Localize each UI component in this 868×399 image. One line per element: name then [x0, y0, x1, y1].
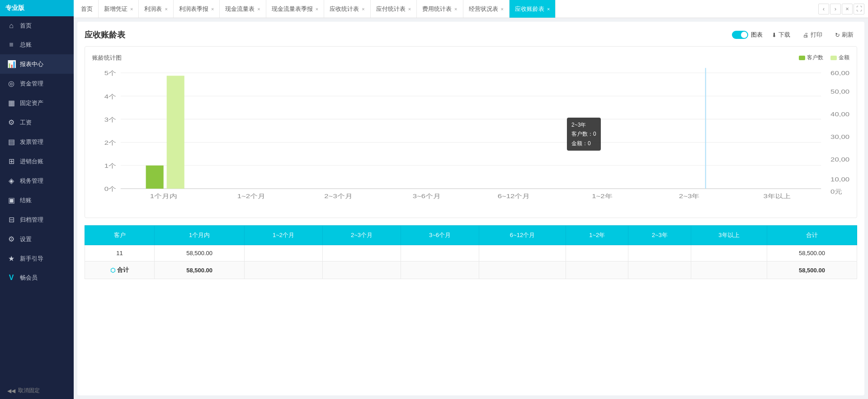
sidebar-item-reports[interactable]: 📊 报表中心	[0, 54, 74, 74]
toggle-thumb	[741, 32, 747, 38]
col-m23: 2~3个月	[323, 226, 401, 245]
col-m36: 3~6个月	[401, 226, 479, 245]
sidebar-item-vip[interactable]: V 畅会员	[0, 268, 74, 287]
tab-receivable-stat[interactable]: 应收统计表 ×	[324, 0, 370, 18]
page-content: 应收账龄表 图表 ⬇ 下载 🖨 打印 ↻ 刷新	[77, 22, 864, 395]
tab-aging-close[interactable]: ×	[547, 6, 550, 12]
tab-home[interactable]: 首页	[75, 0, 99, 18]
sidebar-item-assets[interactable]: ▦ 固定资产	[0, 93, 74, 113]
tab-expense-stat[interactable]: 费用统计表 ×	[417, 0, 463, 18]
tab-operation[interactable]: 经营状况表 ×	[463, 0, 509, 18]
tab-prev-button[interactable]: ‹	[818, 4, 829, 14]
chart-svg: 5个 4个 3个 2个 1个 0个 60,000.00元 50,000.00元 …	[92, 66, 849, 210]
svg-text:1~2个月: 1~2个月	[237, 193, 265, 200]
tab-payable-stat[interactable]: 应付统计表 ×	[371, 0, 417, 18]
archive-icon: ⊟	[7, 215, 15, 224]
chart-toggle[interactable]: 图表	[732, 31, 763, 39]
tab-receivable-stat-close[interactable]: ×	[362, 6, 364, 12]
table-header-row: 客户 1个月内 1~2个月 2~3个月 3~6个月 6~12个月 1~2年 2~…	[85, 226, 857, 245]
app-logo: 专业版	[0, 0, 74, 16]
tab-cashflow-quarter[interactable]: 现金流量表季报 ×	[266, 0, 324, 18]
tab-bar: 首页 新增凭证 × 利润表 × 利润表季报 × 现金流量表 × 现金流量表季报 …	[74, 0, 868, 18]
sidebar-item-inventory[interactable]: ⊞ 进销台账	[0, 152, 74, 171]
sidebar-item-invoice[interactable]: ▤ 发票管理	[0, 132, 74, 152]
cancel-pin-button[interactable]: ◀◀ 取消固定	[0, 382, 74, 399]
refresh-button[interactable]: ↻ 刷新	[831, 29, 857, 41]
col-m612: 6~12个月	[479, 226, 566, 245]
page-title: 应收账龄表	[85, 29, 732, 40]
svg-text:5个: 5个	[104, 70, 116, 76]
legend-customers-color	[799, 56, 805, 60]
svg-text:2个: 2个	[104, 140, 116, 146]
table-total-row: ⬡ 合计 58,500.00 58,500.00	[85, 261, 857, 279]
tab-voucher[interactable]: 新增凭证 ×	[99, 0, 139, 18]
tab-profit-quarter-close[interactable]: ×	[211, 6, 214, 12]
sidebar: 专业版 ⌂ 首页 ≡ 总账 📊 报表中心 ◎ 资金管理 ▦ 固定资产 ⚙ 工资 …	[0, 0, 74, 399]
tab-cashflow[interactable]: 现金流量表 ×	[220, 0, 266, 18]
tab-expand-button[interactable]: ⛶	[854, 4, 864, 14]
sidebar-item-settings[interactable]: ⚙ 设置	[0, 229, 74, 249]
cell-m23	[323, 245, 401, 261]
tab-close-all-button[interactable]: ×	[842, 4, 853, 14]
total-y23	[628, 261, 691, 279]
tab-profit-close[interactable]: ×	[165, 6, 167, 12]
tab-expense-stat-close[interactable]: ×	[454, 6, 457, 12]
print-button[interactable]: 🖨 打印	[799, 29, 826, 41]
sidebar-item-archive[interactable]: ⊟ 归档管理	[0, 210, 74, 229]
cell-m1: 58,500.00	[155, 245, 245, 261]
svg-text:30,000.00元: 30,000.00元	[830, 134, 849, 140]
total-sum: 58,500.00	[767, 261, 857, 279]
cell-total: 58,500.00	[767, 245, 857, 261]
tab-payable-stat-close[interactable]: ×	[408, 6, 411, 12]
legend-amount-label: 金额	[839, 54, 849, 62]
tab-profit[interactable]: 利润表 ×	[139, 0, 173, 18]
col-m1: 1个月内	[155, 226, 245, 245]
tab-profit-quarter[interactable]: 利润表季报 ×	[174, 0, 220, 18]
guide-icon: ★	[7, 254, 15, 263]
sidebar-item-salary[interactable]: ⚙ 工资	[0, 113, 74, 132]
salary-icon: ⚙	[7, 118, 15, 127]
col-y23: 2~3年	[628, 226, 691, 245]
chart-container: 账龄统计图 客户数 金额 5个 4个 3个 2个 1个	[85, 46, 857, 218]
svg-text:3个: 3个	[104, 117, 116, 123]
col-y12: 1~2年	[566, 226, 628, 245]
download-button[interactable]: ⬇ 下载	[768, 29, 794, 41]
tab-next-button[interactable]: ›	[830, 4, 841, 14]
svg-text:1~2年: 1~2年	[592, 193, 612, 200]
legend-amount-color	[830, 56, 837, 60]
sidebar-item-home[interactable]: ⌂ 首页	[0, 16, 74, 35]
total-text: 合计	[117, 266, 129, 274]
data-table: 客户 1个月内 1~2个月 2~3个月 3~6个月 6~12个月 1~2年 2~…	[85, 225, 857, 279]
chart-svg-wrapper: 5个 4个 3个 2个 1个 0个 60,000.00元 50,000.00元 …	[92, 66, 849, 210]
tab-operation-close[interactable]: ×	[501, 6, 504, 12]
tab-voucher-close[interactable]: ×	[130, 6, 133, 12]
tab-cashflow-close[interactable]: ×	[257, 6, 260, 12]
total-label-cell: ⬡ 合计	[85, 261, 155, 279]
svg-text:2~3年: 2~3年	[679, 193, 699, 200]
legend-customers: 客户数	[799, 54, 823, 62]
toggle-track[interactable]	[732, 31, 748, 39]
sidebar-item-tax[interactable]: ◈ 税务管理	[0, 171, 74, 190]
svg-text:20,000.00元: 20,000.00元	[830, 157, 849, 163]
tab-aging[interactable]: 应收账龄表 ×	[509, 0, 556, 18]
svg-text:0元: 0元	[830, 189, 842, 195]
svg-text:1个月内: 1个月内	[150, 193, 177, 200]
invoice-icon: ▤	[7, 138, 15, 146]
sidebar-item-ledger[interactable]: ≡ 总账	[0, 35, 74, 54]
sidebar-item-close[interactable]: ▣ 结账	[0, 190, 74, 210]
total-y3plus	[691, 261, 767, 279]
total-m12	[245, 261, 323, 279]
total-m612	[479, 261, 566, 279]
svg-text:3年以上: 3年以上	[764, 193, 791, 200]
sidebar-item-guide[interactable]: ★ 新手引导	[0, 249, 74, 268]
svg-text:10,000.00元: 10,000.00元	[830, 176, 849, 183]
legend-amount: 金额	[830, 54, 849, 62]
svg-text:2~3个月: 2~3个月	[324, 193, 352, 200]
tab-cashflow-quarter-close[interactable]: ×	[316, 6, 318, 12]
total-icon: ⬡	[110, 267, 115, 274]
sidebar-item-funds[interactable]: ◎ 资金管理	[0, 74, 74, 93]
cell-m36	[401, 245, 479, 261]
cell-m12	[245, 245, 323, 261]
toggle-label: 图表	[751, 31, 763, 39]
svg-text:3~6个月: 3~6个月	[413, 193, 441, 200]
